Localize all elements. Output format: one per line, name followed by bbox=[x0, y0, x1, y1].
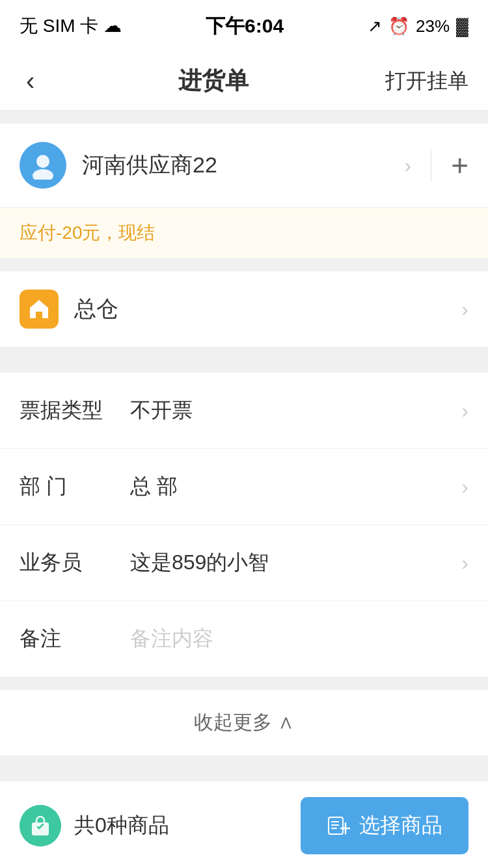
department-value: 总 部 bbox=[111, 472, 461, 501]
salesperson-chevron-icon: › bbox=[461, 551, 468, 575]
add-supplier-icon[interactable]: + bbox=[451, 148, 468, 183]
status-time: 下午6:04 bbox=[206, 13, 284, 40]
user-icon bbox=[29, 151, 57, 180]
remark-label: 备注 bbox=[20, 625, 111, 653]
collapse-section: 收起更多 ∧ bbox=[0, 690, 488, 755]
warehouse-icon bbox=[20, 290, 59, 329]
alarm-icon: ⏰ bbox=[388, 16, 409, 36]
salesperson-label: 业务员 bbox=[20, 549, 111, 577]
collapse-button[interactable]: 收起更多 ∧ bbox=[194, 709, 293, 736]
invoice-type-row[interactable]: 票据类型 不开票 › bbox=[0, 373, 488, 449]
svg-point-1 bbox=[33, 169, 53, 180]
product-count-wrapper: 共0种商品 bbox=[20, 805, 169, 847]
status-left: 无 SIM 卡 ☁ bbox=[20, 14, 122, 38]
nav-bar: ‹ 进货单 打开挂单 bbox=[0, 52, 488, 111]
svg-point-0 bbox=[36, 155, 49, 168]
vertical-divider bbox=[431, 149, 431, 182]
product-bag-icon bbox=[20, 805, 61, 847]
supplier-chevron-icon: › bbox=[404, 154, 411, 178]
salesperson-row[interactable]: 业务员 这是859的小智 › bbox=[0, 525, 488, 601]
supplier-section: 河南供应商22 › + 应付-20元，现结 bbox=[0, 124, 488, 258]
form-section: 票据类型 不开票 › 部 门 总 部 › 业务员 这是859的小智 › 备注 备… bbox=[0, 373, 488, 677]
remark-row[interactable]: 备注 备注内容 bbox=[0, 601, 488, 677]
department-label: 部 门 bbox=[20, 472, 111, 501]
invoice-type-chevron-icon: › bbox=[461, 399, 468, 423]
warehouse-chevron-icon: › bbox=[461, 297, 468, 321]
invoice-type-label: 票据类型 bbox=[20, 396, 111, 425]
status-bar: 无 SIM 卡 ☁ 下午6:04 ↗ ⏰ 23% ▓ bbox=[0, 0, 488, 52]
supplier-avatar bbox=[20, 142, 66, 189]
house-icon bbox=[27, 297, 51, 321]
remark-placeholder: 备注内容 bbox=[111, 625, 468, 653]
supplier-actions: › + bbox=[404, 148, 468, 183]
sim-status: 无 SIM 卡 ☁ bbox=[20, 14, 122, 38]
page-title: 进货单 bbox=[178, 65, 249, 97]
svg-rect-2 bbox=[32, 822, 49, 835]
mid-divider2 bbox=[0, 347, 488, 360]
warehouse-name: 总仓 bbox=[74, 294, 461, 324]
department-row[interactable]: 部 门 总 部 › bbox=[0, 449, 488, 525]
invoice-type-value: 不开票 bbox=[111, 396, 461, 425]
bottom-bar: 共0种商品 选择商品 bbox=[0, 781, 488, 868]
product-count-text: 共0种商品 bbox=[74, 811, 169, 840]
back-button[interactable]: ‹ bbox=[20, 60, 41, 102]
notice-banner: 应付-20元，现结 bbox=[0, 208, 488, 258]
status-right: ↗ ⏰ 23% ▓ bbox=[368, 16, 468, 36]
battery-icon: ▓ bbox=[456, 16, 468, 36]
select-product-button[interactable]: 选择商品 bbox=[301, 797, 468, 854]
location-icon: ↗ bbox=[368, 16, 382, 36]
salesperson-value: 这是859的小智 bbox=[111, 549, 461, 577]
top-divider bbox=[0, 111, 488, 124]
battery-level: 23% bbox=[416, 16, 450, 36]
supplier-name: 河南供应商22 bbox=[82, 150, 404, 180]
mid-divider1 bbox=[0, 258, 488, 271]
open-pending-button[interactable]: 打开挂单 bbox=[385, 67, 468, 96]
shopping-bag-icon bbox=[28, 813, 53, 838]
supplier-row[interactable]: 河南供应商22 › + bbox=[0, 124, 488, 208]
bottom-divider bbox=[0, 755, 488, 768]
select-product-label: 选择商品 bbox=[359, 811, 442, 840]
department-chevron-icon: › bbox=[461, 475, 468, 499]
select-product-icon bbox=[327, 814, 350, 837]
warehouse-row[interactable]: 总仓 › bbox=[0, 271, 488, 347]
page-container: 无 SIM 卡 ☁ 下午6:04 ↗ ⏰ 23% ▓ ‹ 进货单 打开挂单 河南… bbox=[0, 0, 488, 868]
